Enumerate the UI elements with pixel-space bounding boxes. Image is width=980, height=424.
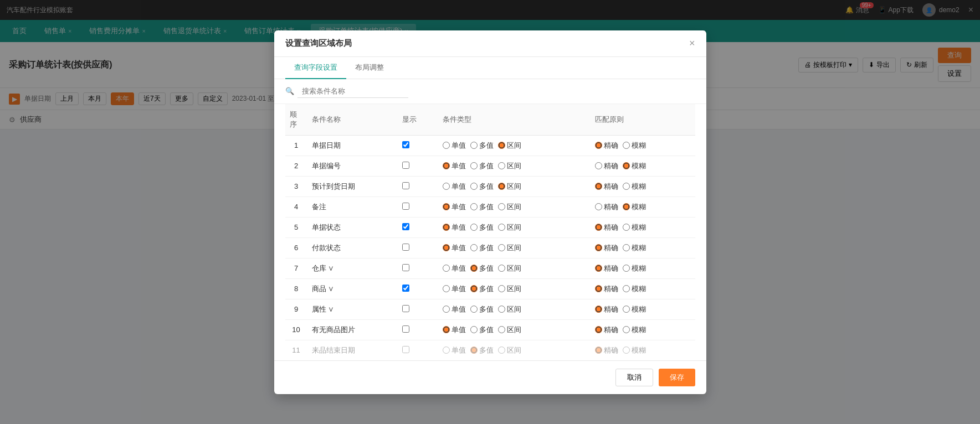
dialog-title: 设置查询区域布局	[285, 38, 352, 49]
dialog-tabs: 查询字段设置 布局调整	[274, 57, 706, 79]
col-show: 显示	[398, 104, 438, 130]
modal-overlay: 设置查询区域布局 × 查询字段设置 布局调整 🔍 顺序	[0, 0, 980, 130]
col-order: 顺序	[285, 104, 307, 130]
dialog-tab-layout[interactable]: 布局调整	[346, 57, 393, 79]
dialog-close-button[interactable]: ×	[689, 38, 695, 48]
dialog: 设置查询区域布局 × 查询字段设置 布局调整 🔍 顺序	[274, 30, 706, 130]
dialog-tab-fields[interactable]: 查询字段设置	[285, 57, 346, 79]
dialog-header: 设置查询区域布局 ×	[274, 30, 706, 57]
col-type: 条件类型	[438, 104, 591, 130]
dialog-body: 查询字段设置 布局调整 🔍 顺序 条件名称 显示 条件类型	[274, 57, 706, 130]
search-input[interactable]	[297, 85, 408, 98]
dialog-search-area: 🔍	[274, 79, 706, 104]
col-match: 匹配原则	[591, 104, 695, 130]
search-icon: 🔍	[285, 87, 294, 95]
fields-table: 顺序 条件名称 显示 条件类型 匹配原则 1 单据日期	[274, 104, 706, 130]
table-header-row: 顺序 条件名称 显示 条件类型 匹配原则	[285, 104, 695, 130]
col-name: 条件名称	[307, 104, 398, 130]
